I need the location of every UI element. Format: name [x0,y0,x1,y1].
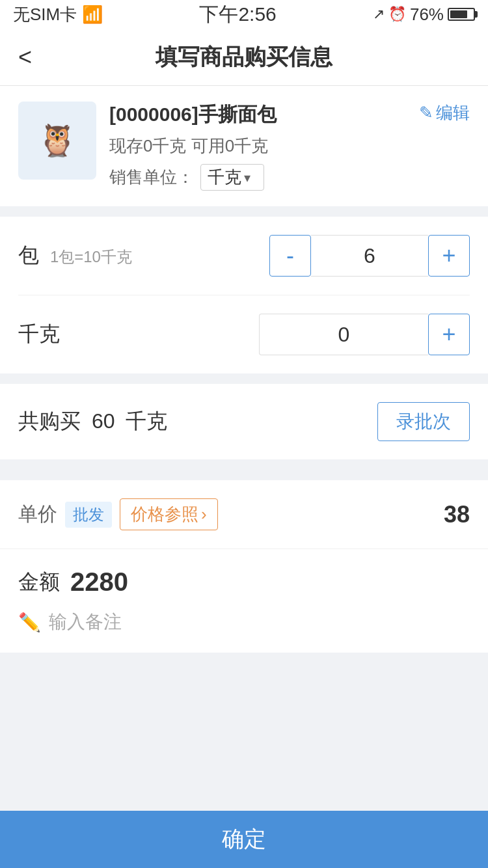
product-card: 🦉 [0000006]手撕面包 ✎ 编辑 现存0千克 可用0千克 销售单位： 千… [0,86,488,206]
summary-section: 共购买 60 千克 录批次 [0,384,488,459]
back-button[interactable]: < [18,44,32,71]
status-right: ↗ ⏰ 76% [373,5,475,25]
batch-button[interactable]: 录批次 [377,402,470,441]
page-title: 填写商品购买信息 [156,42,332,72]
bao-controls: - + [269,235,470,277]
bao-plus-button[interactable]: + [428,235,470,277]
bao-minus-button[interactable]: - [269,235,311,277]
location-icon: ↗ [373,6,385,23]
product-unit-row: 销售单位： 千克 ▾ [109,164,470,191]
kg-input[interactable] [259,314,428,355]
amount-section: 金额 2280 ✏️ 输入备注 [0,549,488,653]
bao-quantity-row: 包 1包=10千克 - + [18,217,470,295]
confirm-button[interactable]: 确定 [0,811,488,868]
amount-row: 金额 2280 [18,567,470,597]
price-ref-arrow-icon: › [201,504,207,524]
unit-label: 销售单位： [109,166,194,189]
wifi-icon: 📶 [82,5,103,25]
unit-select[interactable]: 千克 ▾ [200,164,264,191]
status-left: 无SIM卡 📶 [13,3,103,26]
remark-placeholder: 输入备注 [49,610,122,634]
product-name: [0000006]手撕面包 [109,102,277,128]
price-row: 单价 批发 价格参照 › 38 [18,498,470,530]
pencil-icon: ✏️ [18,612,41,633]
product-info: [0000006]手撕面包 ✎ 编辑 现存0千克 可用0千克 销售单位： 千克 … [109,102,470,191]
battery-percent: 76% [410,5,444,25]
kg-plus-button[interactable]: + [428,314,470,355]
kg-label: 千克 [18,320,259,349]
price-label: 单价 [18,501,57,528]
price-section: 单价 批发 价格参照 › 38 [0,480,488,549]
bao-input[interactable] [311,235,428,277]
price-ref-label: 价格参照 [131,503,198,526]
quantity-section: 包 1包=10千克 - + 千克 + [0,217,488,373]
amount-value: 2280 [70,567,128,597]
carrier-text: 无SIM卡 [13,3,77,26]
status-time: 下午2:56 [199,1,276,28]
summary-amount: 60 [92,409,115,433]
alarm-icon: ⏰ [388,6,406,23]
kg-controls: + [259,314,470,355]
product-stock: 现存0千克 可用0千克 [109,135,470,157]
battery-icon [448,8,475,21]
nav-bar: < 填写商品购买信息 [0,29,488,86]
bao-sublabel: 1包=10千克 [50,248,132,265]
kg-quantity-row: 千克 + [18,295,470,373]
product-logo-icon: 🦉 [38,122,77,159]
amount-label: 金额 [18,568,60,597]
summary-unit: 千克 [126,409,167,433]
dropdown-icon: ▾ [244,170,251,185]
edit-label: 编辑 [436,102,470,124]
price-ref-button[interactable]: 价格参照 › [120,498,218,530]
price-value: 38 [444,501,470,528]
unit-value: 千克 [208,166,241,189]
edit-button[interactable]: ✎ 编辑 [419,102,470,124]
bao-label: 包 1包=10千克 [18,241,269,270]
status-bar: 无SIM卡 📶 下午2:56 ↗ ⏰ 76% [0,0,488,29]
summary-prefix: 共购买 [18,409,81,433]
remark-row[interactable]: ✏️ 输入备注 [18,610,470,634]
price-type-tag: 批发 [65,502,112,528]
edit-icon: ✎ [419,103,433,123]
product-image: 🦉 [18,102,96,180]
summary-text: 共购买 60 千克 [18,407,167,436]
